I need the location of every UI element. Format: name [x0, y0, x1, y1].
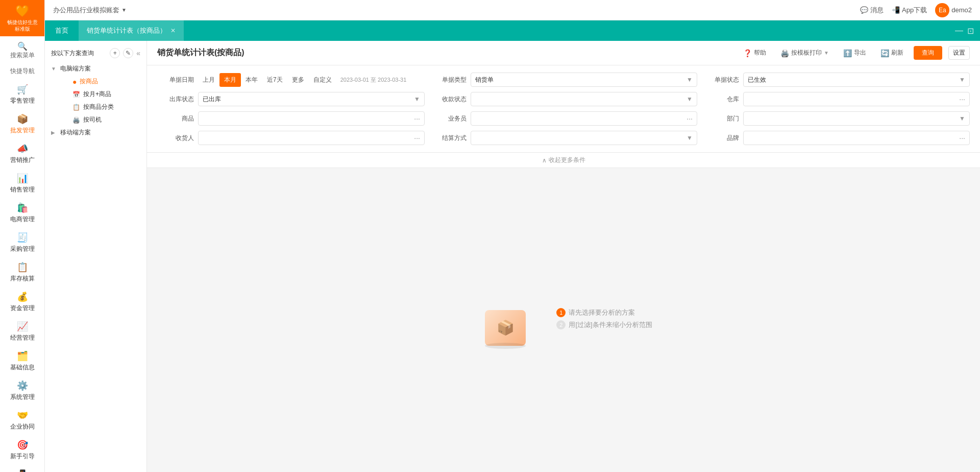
topbar: 办公用品行业模拟账套 ▼ 💬 消息 📲 App下载 Ea demo2: [45, 0, 980, 20]
payment-control[interactable]: ▼: [471, 92, 697, 106]
filter-cell-brand: 品牌 ···: [702, 131, 970, 145]
date-tab-more[interactable]: 更多: [287, 73, 309, 87]
tab-maximize-icon[interactable]: ⊡: [967, 26, 974, 36]
brand-control[interactable]: ···: [743, 131, 970, 145]
app-label: App下载: [902, 6, 927, 15]
main-area: 办公用品行业模拟账套 ▼ 💬 消息 📲 App下载 Ea demo2 首页 销货…: [45, 0, 980, 472]
operation-icon: 📈: [17, 321, 28, 332]
inventory-label: 库存核算: [10, 274, 35, 283]
doc-status-control[interactable]: 已生效 ▼: [743, 73, 970, 87]
newguide-label: 新手引导: [10, 452, 35, 461]
sidebar-item-finance[interactable]: 💰 资金管理: [0, 287, 44, 317]
finance-label: 资金管理: [10, 304, 35, 313]
app-download-btn[interactable]: 📲 App下载: [892, 6, 927, 15]
sidebar-item-operation[interactable]: 📈 经营管理: [0, 317, 44, 346]
out-status-control[interactable]: 已出库 ▼: [198, 92, 425, 106]
date-tab-custom[interactable]: 自定义: [309, 73, 336, 87]
sidebar-item-sales[interactable]: 📊 销售管理: [0, 169, 44, 198]
tab-home[interactable]: 首页: [45, 20, 79, 41]
help-btn[interactable]: ❓ 帮助: [739, 46, 770, 59]
tree-group-mobile[interactable]: ▶ 移动端方案: [45, 126, 146, 139]
filter-row-2: 出库状态 已出库 ▼ 收款状态 ▼ 仓库: [157, 92, 970, 106]
tab-home-label: 首页: [55, 26, 68, 35]
doc-type-control[interactable]: 销货单 ▼: [471, 73, 697, 87]
sidebar-item-purchase[interactable]: 🧾 采购管理: [0, 228, 44, 257]
filter-cell-goods: 商品 ···: [157, 111, 425, 126]
filter-cell-payment: 收款状态 ▼: [430, 92, 697, 106]
doc-type-dropdown-icon: ▼: [687, 76, 693, 83]
tab-sales-stat-label: 销货单统计计表（按商品）: [87, 26, 166, 35]
sidebar-item-retail[interactable]: 🛒 零售管理: [0, 80, 44, 109]
tab-minimize-icon[interactable]: —: [955, 26, 963, 35]
quick-nav-label: 快捷导航: [10, 67, 35, 75]
page-header: 销货单统计计表(按商品) ❓ 帮助 🖨️ 按模板打印 ▼ ⬆️: [147, 41, 980, 65]
collapse-panel-btn[interactable]: «: [136, 49, 140, 57]
quick-nav-btn[interactable]: 快捷导航: [0, 63, 44, 78]
payment-method-dropdown-icon: ▼: [687, 134, 693, 141]
sidebar-item-newguide[interactable]: 🎯 新手引导: [0, 435, 44, 465]
staff-control[interactable]: ···: [471, 111, 697, 126]
goods-control[interactable]: ···: [198, 111, 425, 126]
print-btn[interactable]: 🖨️ 按模板打印 ▼: [776, 46, 833, 59]
empty-shadow: [485, 343, 526, 349]
tree-item-by-printer[interactable]: 🖨️ 按司机: [59, 113, 146, 126]
by-category-label: 按商品分类: [83, 103, 114, 111]
empty-state: 1 请先选择要分析的方案 2 用[过滤]条件来缩小分析范围: [475, 295, 652, 346]
user-menu[interactable]: Ea demo2: [935, 3, 972, 17]
enterprise-label: 企业协同: [10, 422, 35, 431]
export-btn[interactable]: ⬆️ 导出: [839, 46, 870, 59]
add-scheme-btn[interactable]: +: [110, 48, 120, 58]
left-panel: 按以下方案查询 + ✎ « ▼ 电脑端方案 ● 按商品: [45, 41, 147, 472]
purchase-label: 采购管理: [10, 245, 35, 253]
collapse-bar[interactable]: ∧ 收起更多条件: [147, 153, 980, 168]
date-range-value: 2023-03-01 至 2023-03-31: [340, 76, 407, 84]
edit-scheme-btn[interactable]: ✎: [123, 48, 133, 58]
print-icon: 🖨️: [780, 49, 789, 57]
settings-btn[interactable]: 设置: [948, 46, 970, 60]
tree-item-by-month-goods[interactable]: 📅 按月+商品: [59, 88, 146, 101]
consignee-control[interactable]: ···: [198, 131, 425, 145]
date-tab-this-month[interactable]: 本月: [219, 73, 241, 87]
warehouse-control[interactable]: ···: [743, 92, 970, 106]
empty-illustration: [475, 295, 536, 346]
system-label: 系统管理: [10, 393, 35, 402]
sidebar-item-system[interactable]: ⚙️ 系统管理: [0, 376, 44, 406]
query-btn[interactable]: 查询: [914, 46, 942, 60]
payment-method-control[interactable]: ▼: [471, 131, 697, 145]
sidebar-item-enterprise[interactable]: 🤝 企业协同: [0, 406, 44, 435]
sidebar-item-appstore[interactable]: 📱 应用中心: [0, 465, 44, 472]
date-tab-this-year[interactable]: 本年: [241, 73, 262, 87]
date-tab-7days[interactable]: 近7天: [262, 73, 287, 87]
dept-control[interactable]: ▼: [743, 111, 970, 126]
filter-cell-date: 单据日期 上月 本月 本年: [157, 73, 425, 87]
right-panel: 销货单统计计表(按商品) ❓ 帮助 🖨️ 按模板打印 ▼ ⬆️: [147, 41, 980, 472]
message-btn[interactable]: 💬 消息: [860, 6, 884, 15]
module-selector[interactable]: 办公用品行业模拟账套 ▼: [53, 6, 127, 15]
out-status-dropdown-icon: ▼: [414, 96, 420, 103]
sidebar-item-basic[interactable]: 🗂️ 基础信息: [0, 346, 44, 376]
tab-close-icon[interactable]: ✕: [170, 27, 176, 34]
sidebar-item-wholesale[interactable]: 📦 批发管理: [0, 109, 44, 139]
help-label: 帮助: [754, 49, 766, 57]
search-menu-btn[interactable]: 🔍 搜索菜单: [0, 36, 44, 63]
filter-cell-payment-method: 结算方式 ▼: [430, 131, 697, 145]
filter-cell-doc-status: 单据状态 已生效 ▼: [702, 73, 970, 87]
filter-cell-staff: 业务员 ···: [430, 111, 697, 126]
sales-label: 销售管理: [10, 185, 35, 194]
tree-item-by-goods[interactable]: ● 按商品: [59, 75, 146, 88]
consignee-label: 收货人: [157, 134, 198, 143]
left-panel-header: 按以下方案查询 + ✎ «: [45, 46, 146, 62]
logo-line2: 标准版: [2, 26, 42, 32]
tab-sales-stat[interactable]: 销货单统计计表（按商品） ✕: [79, 20, 184, 41]
refresh-btn[interactable]: 🔄 刷新: [876, 46, 908, 59]
sidebar-item-inventory[interactable]: 📋 库存核算: [0, 257, 44, 287]
sidebar-item-marketing[interactable]: 📣 营销推广: [0, 139, 44, 169]
tree-item-by-category[interactable]: 📋 按商品分类: [59, 101, 146, 113]
tree-group-desktop[interactable]: ▼ 电脑端方案: [45, 62, 146, 75]
module-dropdown-icon: ▼: [121, 7, 127, 13]
staff-dots-icon: ···: [687, 114, 693, 123]
date-tab-last-month[interactable]: 上月: [198, 73, 219, 87]
sidebar-item-ecommerce[interactable]: 🛍️ 电商管理: [0, 198, 44, 228]
sidebar-logo[interactable]: 🧡 畅捷信好生意 标准版: [0, 0, 44, 36]
mobile-group-label: 移动端方案: [60, 128, 91, 137]
